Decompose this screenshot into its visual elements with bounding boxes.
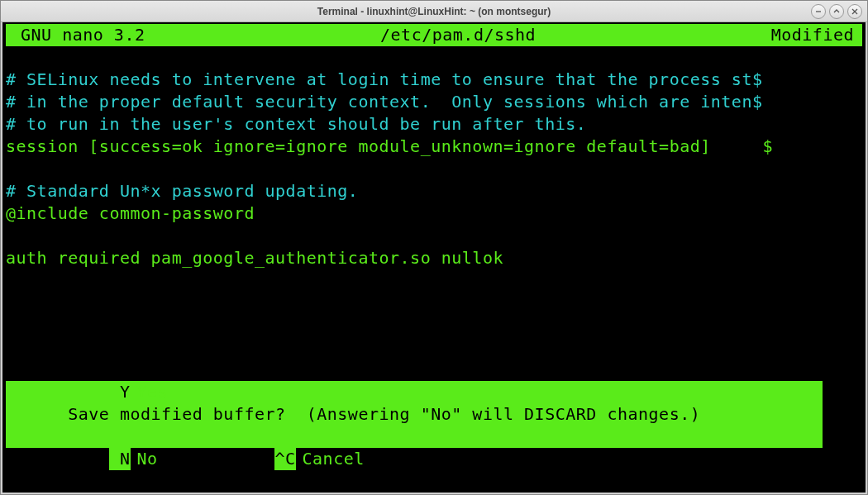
nano-version: GNU nano 3.2 [6,24,145,46]
terminal-window: Terminal - linuxhint@LinuxHint: ~ (on mo… [0,0,868,495]
option-key: N [109,448,130,470]
option-row-2: NNo ^CCancel [6,426,862,448]
nano-options: YYes NNo ^CCancel [6,314,862,493]
nano-header-bar: GNU nano 3.2 /etc/pam.d/sshd Modified [6,24,862,46]
code-line: @include common-password [6,202,862,225]
close-button[interactable] [847,4,862,19]
blank-line [6,225,862,247]
terminal-viewport[interactable]: GNU nano 3.2 /etc/pam.d/sshd Modified # … [1,22,867,494]
option-key: Y [109,381,130,403]
option-label: Yes [131,382,169,402]
nano-modified-status: Modified [771,24,862,46]
option-cancel[interactable]: ^CCancel [171,426,336,448]
option-yes[interactable]: YYes [6,359,171,381]
window-controls [811,4,862,19]
option-label: No [131,449,158,469]
comment-line: # in the proper default security context… [6,91,862,113]
option-key: ^C [274,448,295,470]
nano-filename: /etc/pam.d/sshd [145,24,771,46]
option-row-1: YYes [6,359,862,381]
option-label: Cancel [296,449,365,469]
window-titlebar: Terminal - linuxhint@LinuxHint: ~ (on mo… [1,1,867,22]
comment-line: # to run in the user's context should be… [6,113,862,136]
blank-line [6,158,862,180]
option-no[interactable]: NNo [6,426,171,448]
maximize-button[interactable] [829,4,844,19]
code-line: auth required pam_google_authenticator.s… [6,247,862,269]
minimize-button[interactable] [811,4,826,19]
window-title: Terminal - linuxhint@LinuxHint: ~ (on mo… [317,6,551,17]
comment-line: # Standard Un*x password updating. [6,180,862,202]
editor-content[interactable]: # SELinux needs to intervene at login ti… [6,69,862,269]
code-line: session [success=ok ignore=ignore module… [6,136,862,158]
comment-line: # SELinux needs to intervene at login ti… [6,69,862,91]
